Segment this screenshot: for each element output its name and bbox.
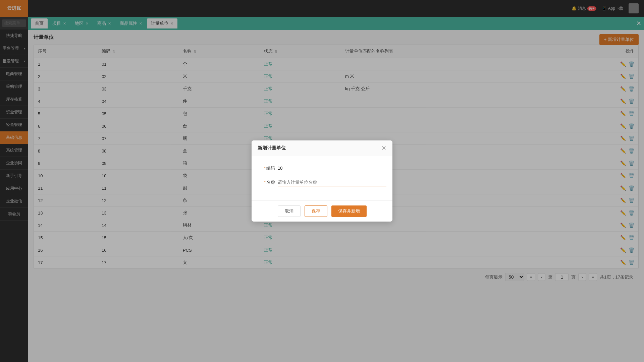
code-label: *编码 [258,165,278,171]
modal-header: 新增计量单位 ✕ [252,140,392,156]
modal-body: *编码 *名称 [252,156,392,200]
code-input[interactable] [278,164,386,172]
modal-title: 新增计量单位 [258,145,286,151]
name-input[interactable] [278,178,386,186]
save-button[interactable]: 保存 [305,205,327,217]
modal-close-button[interactable]: ✕ [381,145,386,151]
save-and-new-button[interactable]: 保存并新增 [331,205,367,217]
cancel-button[interactable]: 取消 [278,205,301,217]
name-label: *名称 [258,179,278,185]
add-unit-modal: 新增计量单位 ✕ *编码 *名称 取消 保存 保存并新增 [252,140,392,222]
name-field-row: *名称 [258,178,386,186]
code-field-row: *编码 [258,164,386,172]
modal-footer: 取消 保存 保存并新增 [252,200,392,222]
modal-overlay: 新增计量单位 ✕ *编码 *名称 取消 保存 保存并新增 [0,0,644,362]
